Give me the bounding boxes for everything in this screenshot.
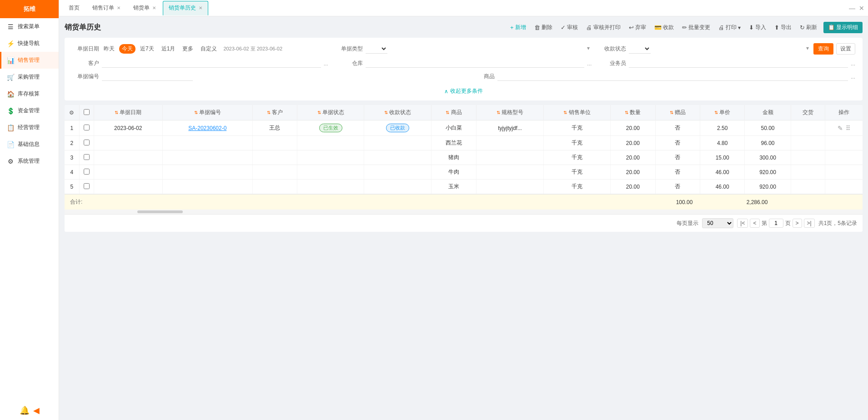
warehouse-dots[interactable]: ... xyxy=(587,60,592,67)
query-button[interactable]: 查询 xyxy=(813,43,833,55)
date-opt-custom[interactable]: 自定义 xyxy=(198,44,220,54)
toolbar: + 新增 🗑 删除 ✓ 审核 🖨 审核并打印 ↩ 弃审 xyxy=(508,22,863,33)
row-select-checkbox[interactable] xyxy=(84,154,90,160)
row-select-checkbox[interactable] xyxy=(84,183,90,189)
notification-icon[interactable]: 🔔 xyxy=(20,405,30,415)
row-checkbox[interactable] xyxy=(79,180,94,194)
tab-sales-order[interactable]: 销售订单 ✕ xyxy=(86,1,126,15)
row-checkbox[interactable] xyxy=(79,120,94,136)
row-checkbox[interactable] xyxy=(79,136,94,150)
scrollbar-thumb[interactable] xyxy=(137,210,183,213)
col-amount[interactable]: 金额 xyxy=(745,105,791,120)
doc-no-input[interactable] xyxy=(102,72,193,81)
col-doc-date[interactable]: ⇅ 单据日期 xyxy=(94,105,162,120)
tabs-minimize-icon[interactable]: — xyxy=(849,5,855,12)
collapse-sidebar-icon[interactable]: ◀ xyxy=(33,405,40,415)
goods-dots[interactable]: ... xyxy=(851,74,855,80)
row-qty: 20.00 xyxy=(611,180,655,194)
close-sales-history-icon[interactable]: ✕ xyxy=(199,5,202,10)
date-options: 昨天 今天 近7天 近1月 更多 自定义 2023-06-02 至 2023-0… xyxy=(101,44,282,54)
row-doc-status xyxy=(297,150,364,165)
date-opt-yesterday[interactable]: 昨天 xyxy=(101,44,117,54)
date-opt-7days[interactable]: 近7天 xyxy=(137,44,157,54)
row-select-checkbox[interactable] xyxy=(84,140,90,145)
current-page-input[interactable] xyxy=(769,219,783,228)
collect-button[interactable]: 💳 收款 xyxy=(652,23,676,32)
col-settings[interactable]: ⚙ xyxy=(65,105,79,120)
salesperson-input[interactable] xyxy=(629,59,848,68)
sidebar-item-sys-mgmt[interactable]: ⚙ 系统管理 xyxy=(0,153,59,170)
select-all-checkbox[interactable] xyxy=(84,109,90,115)
close-sales-order-icon[interactable]: ✕ xyxy=(117,5,120,10)
salesperson-dots[interactable]: ... xyxy=(851,60,855,67)
more-icon[interactable]: ⠿ xyxy=(846,125,850,132)
prev-page-button[interactable]: < xyxy=(750,219,759,228)
row-checkbox[interactable] xyxy=(79,165,94,180)
review-print-button[interactable]: 🖨 审核并打印 xyxy=(584,23,622,32)
abandon-button[interactable]: ↩ 弃审 xyxy=(627,23,648,32)
col-unit[interactable]: ⇅ 销售单位 xyxy=(543,105,610,120)
goods-input[interactable] xyxy=(497,72,848,81)
col-trans[interactable]: 交货 xyxy=(791,105,825,120)
payment-status-select[interactable] xyxy=(629,44,651,54)
collapse-button[interactable]: ∧ 收起更多条件 xyxy=(442,85,485,97)
settings-button[interactable]: 设置 xyxy=(836,43,855,55)
horizontal-scrollbar[interactable] xyxy=(65,210,863,214)
col-customer[interactable]: ⇅ 客户 xyxy=(252,105,297,120)
export-button[interactable]: ⬆ 导出 xyxy=(773,23,793,32)
sidebar-item-sales-mgmt[interactable]: 📊 销售管理 xyxy=(0,52,59,69)
sidebar-item-ops-mgmt[interactable]: 📋 经营管理 xyxy=(0,119,59,136)
print-button[interactable]: 🖨 打印 ▾ xyxy=(717,23,743,32)
sidebar-item-inventory-calc[interactable]: 🏠 库存核算 xyxy=(0,85,59,102)
refresh-button[interactable]: ↻ 刷新 xyxy=(798,23,819,32)
sidebar-item-quick-nav[interactable]: ⚡ 快捷导航 xyxy=(0,35,59,52)
col-checkbox[interactable] xyxy=(79,105,94,120)
page-size-select[interactable]: 50 100 200 xyxy=(702,218,733,228)
col-qty[interactable]: ⇅ 数量 xyxy=(611,105,655,120)
first-page-button[interactable]: |< xyxy=(737,219,748,228)
edit-icon[interactable]: ✎ xyxy=(838,125,843,132)
row-checkbox[interactable] xyxy=(79,150,94,165)
tab-sales-history[interactable]: 销货单历史 ✕ xyxy=(163,1,208,15)
col-unit-price[interactable]: ⇅ 单价 xyxy=(700,105,744,120)
col-doc-no[interactable]: ⇅ 单据编号 xyxy=(162,105,252,120)
page-header: 销货单历史 + 新增 🗑 删除 ✓ 审核 🖨 审核并打印 xyxy=(65,22,863,33)
search-menu-icon: ☰ xyxy=(7,23,14,30)
col-spec[interactable]: ⇅ 规格型号 xyxy=(477,105,543,120)
customer-input[interactable] xyxy=(102,59,321,68)
date-opt-more[interactable]: 更多 xyxy=(180,44,196,54)
col-gift[interactable]: ⇅ 赠品 xyxy=(655,105,700,120)
doc-status-badge: 已生效 xyxy=(319,124,342,132)
row-goods: 小白菜 xyxy=(431,120,477,136)
tabs-close-icon[interactable]: ✕ xyxy=(859,5,864,12)
date-opt-1month[interactable]: 近1月 xyxy=(159,44,178,54)
row-doc-date xyxy=(94,165,162,180)
sidebar-item-fund-mgmt[interactable]: 💲 资金管理 xyxy=(0,102,59,119)
col-goods[interactable]: ⇅ 商品 xyxy=(431,105,477,120)
close-sales-goods-icon[interactable]: ✕ xyxy=(152,5,156,10)
tab-sales-goods[interactable]: 销货单 ✕ xyxy=(127,1,162,15)
row-goods: 猪肉 xyxy=(431,150,477,165)
doc-type-select[interactable] xyxy=(366,44,387,54)
sidebar-item-search-menu[interactable]: ☰ 搜索菜单 xyxy=(0,18,59,35)
delete-button[interactable]: 🗑 删除 xyxy=(532,23,554,32)
warehouse-input[interactable] xyxy=(366,59,585,68)
warehouse-label: 仓库 xyxy=(336,60,363,67)
customer-dots[interactable]: ... xyxy=(324,60,328,67)
last-page-button[interactable]: >| xyxy=(804,219,815,228)
row-select-checkbox[interactable] xyxy=(84,125,90,130)
next-page-button[interactable]: > xyxy=(793,219,802,228)
col-doc-status[interactable]: ⇅ 单据状态 xyxy=(297,105,364,120)
tab-home[interactable]: 首页 xyxy=(63,1,85,15)
row-select-checkbox[interactable] xyxy=(84,169,90,175)
doc-no-link[interactable]: SA-20230602-0 xyxy=(188,125,226,131)
sidebar-item-basic-info[interactable]: 📄 基础信息 xyxy=(0,136,59,153)
col-payment-status[interactable]: ⇅ 收款状态 xyxy=(364,105,431,120)
display-detail-button[interactable]: 📋 显示明细 xyxy=(823,22,863,33)
batch-change-button[interactable]: ✏ 批量变更 xyxy=(680,23,712,32)
review-button[interactable]: ✓ 审核 xyxy=(559,23,580,32)
import-button[interactable]: ⬇ 导入 xyxy=(747,23,768,32)
new-button[interactable]: + 新增 xyxy=(508,23,528,32)
date-opt-today[interactable]: 今天 xyxy=(119,44,135,54)
sidebar-item-purchase-mgmt[interactable]: 🛒 采购管理 xyxy=(0,69,59,85)
